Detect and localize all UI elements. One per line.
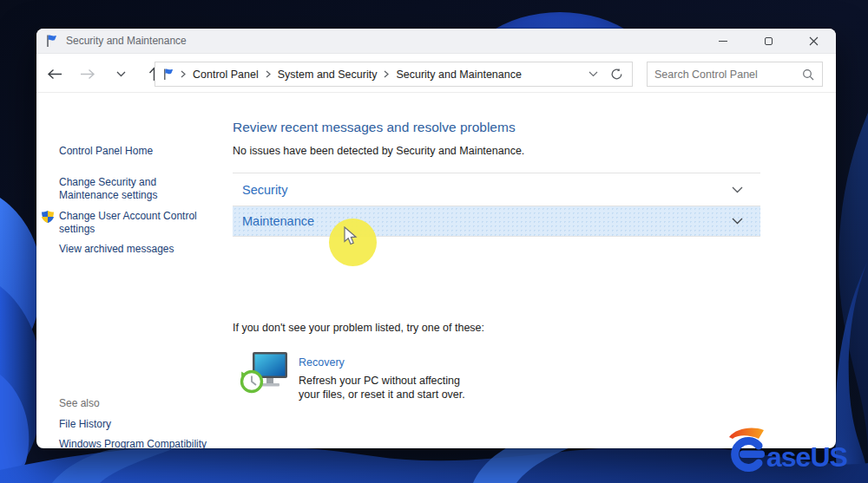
section-maintenance-label: Maintenance [242, 214, 314, 228]
chevron-right-icon [384, 70, 389, 78]
status-text: No issues have been detected by Security… [233, 145, 524, 157]
breadcrumb: Control Panel System and Security Securi… [155, 62, 633, 87]
search-icon [802, 69, 814, 81]
recovery-link[interactable]: Recovery [299, 356, 469, 369]
shield-icon [41, 210, 55, 224]
recent-pages-button[interactable] [111, 64, 130, 83]
sidebar-item-change-security-maintenance-settings[interactable]: Change Security and Maintenance settings [59, 176, 208, 202]
maximize-icon [765, 37, 773, 45]
main-content: Review recent messages and resolve probl… [233, 93, 836, 448]
chevron-down-icon [589, 71, 598, 77]
address-dropdown-button[interactable] [589, 71, 598, 77]
forward-icon [80, 69, 95, 80]
window-title: Security and Maintenance [66, 35, 187, 47]
close-icon [809, 36, 819, 46]
minimize-button[interactable] [700, 29, 746, 53]
see-also-header: See also [59, 397, 100, 409]
search-input[interactable] [648, 69, 802, 81]
forward-button[interactable] [78, 64, 97, 83]
recovery-description: Refresh your PC without affecting your f… [299, 374, 469, 401]
refresh-icon [610, 68, 623, 81]
section-maintenance[interactable]: Maintenance [233, 206, 760, 236]
breadcrumb-item-system-and-security[interactable]: System and Security [276, 69, 379, 81]
sidebar-item-control-panel-home[interactable]: Control Panel Home [59, 145, 208, 158]
recovery-item: Recovery Refresh your PC without affecti… [240, 350, 469, 401]
caption-buttons [700, 29, 836, 53]
close-button[interactable] [791, 29, 836, 53]
cursor-icon [344, 226, 358, 247]
sidebar: Control Panel Home Change Security and M… [36, 93, 233, 448]
breadcrumb-item-security-and-maintenance[interactable]: Security and Maintenance [394, 69, 523, 81]
chevron-right-icon [181, 70, 186, 78]
back-button[interactable] [45, 64, 64, 83]
easeus-logo: aseUS [720, 423, 863, 477]
refresh-button[interactable] [610, 68, 623, 81]
chevron-down-icon [732, 186, 743, 193]
section-list: Security Maintenance [233, 173, 760, 237]
back-icon [47, 69, 62, 80]
sidebar-item-view-archived-messages[interactable]: View archived messages [59, 243, 208, 256]
chevron-down-icon [732, 218, 743, 225]
section-security-label: Security [242, 183, 287, 197]
search-box [647, 62, 823, 87]
breadcrumb-item-control-panel[interactable]: Control Panel [191, 69, 260, 81]
chevron-right-icon [266, 70, 271, 78]
navigation-bar: Control Panel System and Security Securi… [36, 55, 836, 93]
sidebar-item-change-uac-settings[interactable]: Change User Account Control settings [59, 210, 208, 236]
title-bar: Security and Maintenance [36, 29, 836, 54]
divider [233, 236, 760, 237]
maximize-button[interactable] [746, 29, 791, 53]
security-and-maintenance-window: Security and Maintenance [36, 29, 836, 448]
search-button[interactable] [802, 69, 822, 81]
flag-icon [45, 34, 59, 48]
chevron-down-icon [116, 71, 126, 77]
page-title: Review recent messages and resolve probl… [233, 120, 516, 135]
tip-text: If you don't see your problem listed, tr… [233, 322, 484, 334]
sidebar-item-windows-program-compatibility-troubleshooter[interactable]: Windows Program Compatibility Troublesho… [59, 438, 208, 448]
minimize-icon [719, 41, 727, 42]
recovery-monitor-icon [240, 350, 290, 395]
sidebar-item-file-history[interactable]: File History [59, 418, 208, 431]
logo-text: aseUS [766, 441, 848, 473]
flag-icon [162, 68, 175, 81]
section-security[interactable]: Security [233, 173, 760, 206]
